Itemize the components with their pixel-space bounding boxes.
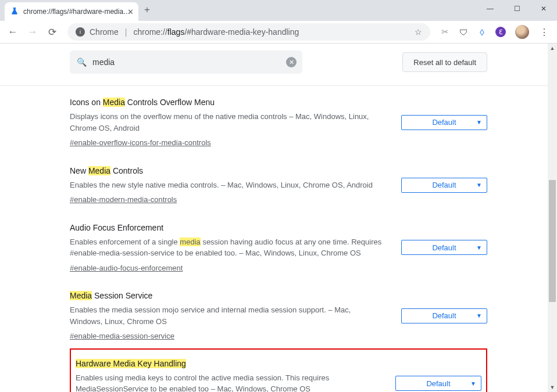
- profile-avatar[interactable]: [515, 25, 529, 39]
- flag-item: New Media Controls Enables the new style…: [70, 157, 487, 214]
- flags-search-input[interactable]: 🔍 media ✕: [70, 51, 302, 74]
- extension-icon-4[interactable]: Ɛ: [493, 24, 508, 39]
- flag-title: Media Session Service: [70, 290, 384, 302]
- flag-item: Hardware Media Key Handling Enables usin…: [74, 353, 483, 393]
- extension-icon-3[interactable]: ◊: [474, 24, 490, 39]
- window-buttons: ― ☐ ✕: [477, 0, 557, 17]
- flag-anchor-link[interactable]: #enable-overflow-icons-for-media-control…: [70, 138, 211, 147]
- bookmark-star-icon[interactable]: ☆: [415, 27, 422, 37]
- tab-title: chrome://flags/#hardware-media…: [23, 8, 130, 16]
- flag-title: Audio Focus Enforcement: [70, 222, 384, 234]
- flag-dropdown[interactable]: Default ▼: [401, 308, 487, 323]
- browser-tab[interactable]: chrome://flags/#hardware-media… ✕: [5, 2, 138, 21]
- flag-description: Enables the new style native media contr…: [70, 179, 384, 191]
- scroll-down-arrow[interactable]: ▼: [548, 383, 557, 392]
- chevron-down-icon: ▼: [476, 244, 482, 251]
- chrome-menu-button[interactable]: ⋮: [536, 24, 552, 40]
- browser-toolbar: ← → ⟳ i Chrome | chrome://flags/#hardwar…: [0, 21, 557, 44]
- vertical-scrollbar[interactable]: ▲ ▼: [548, 44, 557, 392]
- search-icon: 🔍: [77, 57, 87, 67]
- flag-item: Audio Focus Enforcement Enables enforcem…: [70, 214, 487, 282]
- forward-button: →: [24, 24, 41, 40]
- reload-button[interactable]: ⟳: [44, 24, 60, 40]
- ublock-icon[interactable]: 🛡: [456, 24, 471, 39]
- flask-icon: [10, 8, 19, 16]
- flag-title: New Media Controls: [70, 165, 384, 177]
- flag-item: Icons on Media Controls Overflow Menu Di…: [70, 88, 487, 157]
- flag-title: Hardware Media Key Handling: [76, 358, 378, 370]
- flag-dropdown[interactable]: Default ▼: [401, 178, 487, 193]
- extension-icon-1[interactable]: ✂: [437, 24, 452, 39]
- url-scheme: Chrome: [90, 27, 119, 37]
- window-titlebar: chrome://flags/#hardware-media… ✕ + ― ☐ …: [0, 0, 557, 21]
- address-bar[interactable]: i Chrome | chrome://flags/#hardware-medi…: [67, 23, 430, 41]
- chevron-down-icon: ▼: [476, 182, 482, 188]
- flag-description: Enables using media keys to control the …: [76, 372, 378, 393]
- flag-dropdown[interactable]: Default ▼: [395, 376, 481, 391]
- back-button[interactable]: ←: [5, 24, 21, 40]
- site-info-icon[interactable]: i: [76, 27, 85, 37]
- flag-title: Icons on Media Controls Overflow Menu: [70, 96, 384, 109]
- chevron-down-icon: ▼: [470, 380, 476, 387]
- flag-anchor-link[interactable]: #enable-media-session-service: [70, 332, 174, 340]
- highlighted-flag-box: Hardware Media Key Handling Enables usin…: [70, 348, 487, 393]
- reset-all-button[interactable]: Reset all to default: [402, 52, 487, 72]
- chevron-down-icon: ▼: [476, 119, 482, 125]
- flag-anchor-link[interactable]: #enable-audio-focus-enforcement: [70, 264, 183, 272]
- flag-description: Enables the media session mojo service a…: [70, 304, 384, 327]
- flag-anchor-link[interactable]: #enable-modern-media-controls: [70, 195, 177, 204]
- clear-search-icon[interactable]: ✕: [286, 57, 297, 67]
- flag-description: Enables enforcement of a single media se…: [70, 236, 384, 259]
- chevron-down-icon: ▼: [476, 312, 482, 319]
- new-tab-button[interactable]: +: [144, 4, 150, 17]
- search-value: media: [92, 57, 115, 67]
- close-tab-icon[interactable]: ✕: [127, 8, 134, 16]
- flags-page: 🔍 media ✕ Reset all to default Icons on …: [70, 44, 487, 392]
- scrollbar-thumb[interactable]: [549, 180, 556, 302]
- minimize-button[interactable]: ―: [477, 0, 504, 17]
- close-window-button[interactable]: ✕: [530, 0, 557, 17]
- flag-description: Displays icons on the overflow menu of t…: [70, 111, 384, 134]
- url-separator: |: [125, 27, 127, 37]
- scroll-up-arrow[interactable]: ▲: [548, 44, 557, 53]
- flag-dropdown[interactable]: Default ▼: [401, 240, 487, 255]
- maximize-button[interactable]: ☐: [504, 0, 530, 17]
- flag-item: Media Session Service Enables the media …: [70, 282, 487, 350]
- flag-dropdown[interactable]: Default ▼: [401, 115, 487, 130]
